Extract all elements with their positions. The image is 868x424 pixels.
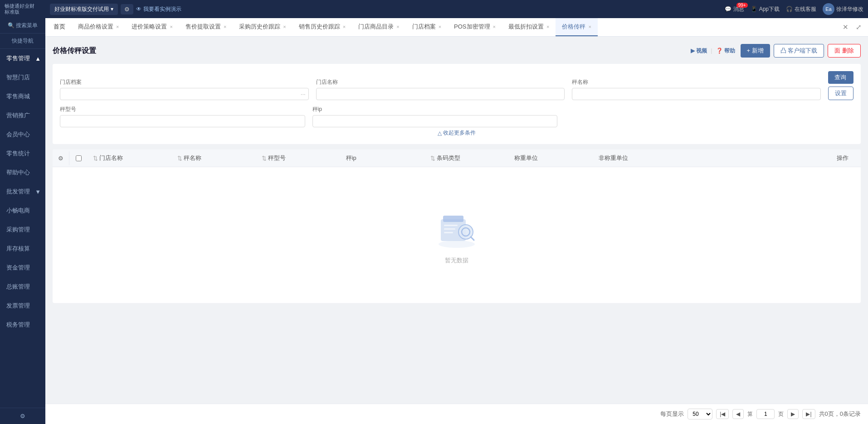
- tab-product-price[interactable]: 商品价格设置 ×: [72, 18, 125, 36]
- sidebar-item-invoice[interactable]: 发票管理: [0, 296, 45, 315]
- empty-text: 暂无数据: [445, 256, 468, 265]
- sidebar-item-general-ledger[interactable]: 总账管理: [0, 277, 45, 296]
- demo-link[interactable]: 👁 我要看实例演示: [136, 5, 181, 13]
- sidebar-item-tax[interactable]: 税务管理: [0, 315, 45, 334]
- search-scale-ip-field: 秤ip: [312, 106, 558, 127]
- scale-model-input[interactable]: [60, 116, 305, 127]
- tab-purchase-history[interactable]: 采购历史价跟踪 ×: [233, 18, 292, 36]
- table-header: ⚙ ⇅ 门店名称 ⇅ 秤名称 ⇅: [53, 149, 861, 167]
- scale-name-input[interactable]: [572, 88, 820, 100]
- sidebar-item-retail-management[interactable]: 零售管理 ▲: [0, 49, 45, 68]
- delete-button[interactable]: 面 删除: [828, 44, 861, 58]
- sidebar-search[interactable]: 🔍 搜索菜单: [0, 18, 45, 34]
- prev-page-button[interactable]: ◀: [732, 409, 744, 419]
- sidebar-item-finance[interactable]: 资金管理: [0, 258, 45, 277]
- store-name-input-wrap[interactable]: [316, 88, 565, 100]
- tab-close-icon[interactable]: ×: [588, 24, 591, 29]
- svg-rect-3: [444, 225, 458, 226]
- tab-close-icon[interactable]: ×: [283, 24, 286, 29]
- version-selector[interactable]: 好业财标准版交付试用 ▾: [50, 4, 118, 15]
- sidebar-item-retail-mall[interactable]: 零售商城: [0, 87, 45, 106]
- table-settings-button[interactable]: ⚙: [53, 151, 69, 165]
- tab-close-icon[interactable]: ×: [170, 24, 172, 29]
- th-scale-model: ⇅ 秤型号: [256, 149, 341, 167]
- sidebar-quick-nav[interactable]: 快捷导航: [0, 34, 45, 49]
- sidebar: 🔍 搜索菜单 快捷导航 零售管理 ▲ 智慧门店 零售商城 营销推广 会员中心: [0, 18, 45, 424]
- download-button[interactable]: 凸 客户端下载: [774, 44, 824, 58]
- tab-maximize-button[interactable]: ⤢: [853, 21, 864, 33]
- tab-store-catalog[interactable]: 门店商品目录 ×: [352, 18, 405, 36]
- online-service-button[interactable]: 🎧 在线客服: [786, 5, 816, 13]
- sidebar-item-inventory[interactable]: 库存核算: [0, 239, 45, 258]
- tab-close-icon[interactable]: ×: [343, 24, 346, 29]
- th-weight-unit: 称重单位: [509, 149, 593, 167]
- eye-icon: 👁: [136, 6, 141, 12]
- sidebar-item-ecommerce[interactable]: 小畅电商: [0, 201, 45, 220]
- scale-name-label: 秤名称: [572, 78, 821, 86]
- topbar-settings-button[interactable]: ⚙: [121, 4, 133, 14]
- store-name-label: 门店名称: [316, 78, 565, 86]
- tab-pos-management[interactable]: POS加密管理 ×: [448, 18, 502, 36]
- scale-ip-label: 秤ip: [312, 106, 558, 113]
- sidebar-item-membership[interactable]: 会员中心: [0, 125, 45, 144]
- tab-close-icon[interactable]: ×: [396, 24, 399, 29]
- help-icon: ❓: [716, 48, 723, 54]
- add-button[interactable]: + 新增: [741, 44, 770, 58]
- query-button[interactable]: 查询: [828, 71, 853, 84]
- page-title-text: 价格传秤设置: [53, 46, 96, 56]
- page-number-input[interactable]: [756, 409, 775, 419]
- next-page-button[interactable]: ▶: [787, 409, 799, 419]
- tab-close-all-button[interactable]: ✕: [840, 21, 851, 33]
- service-icon: 🎧: [786, 6, 793, 12]
- sidebar-item-marketing[interactable]: 营销推广: [0, 106, 45, 125]
- sidebar-item-retail-stats[interactable]: 零售统计: [0, 144, 45, 163]
- th-scale-name: ⇅ 秤名称: [172, 149, 256, 167]
- main-body: 🔍 搜索菜单 快捷导航 零售管理 ▲ 智慧门店 零售商城 营销推广 会员中心: [0, 18, 868, 424]
- store-archive-input-wrap[interactable]: ···: [60, 88, 309, 100]
- user-profile-button[interactable]: Ea 徐泽华修改: [823, 3, 863, 15]
- scale-ip-input-wrap[interactable]: [312, 115, 558, 127]
- scale-model-input-wrap[interactable]: [60, 115, 305, 127]
- select-all-checkbox[interactable]: [76, 155, 82, 161]
- tab-close-icon[interactable]: ×: [116, 24, 119, 29]
- store-archive-label: 门店档案: [60, 78, 309, 86]
- tab-min-discount[interactable]: 最低折扣设置 ×: [502, 18, 556, 36]
- tab-home[interactable]: 首页: [47, 18, 72, 36]
- chevron-up-icon: △: [438, 130, 442, 136]
- tab-purchase-strategy[interactable]: 进价策略设置 ×: [125, 18, 179, 36]
- tab-sales-history[interactable]: 销售历史价跟踪 ×: [293, 18, 352, 36]
- scale-name-input-wrap[interactable]: [572, 88, 821, 100]
- table-wrap: ⚙ ⇅ 门店名称 ⇅ 秤名称 ⇅: [53, 149, 861, 303]
- scale-ip-input[interactable]: [313, 116, 557, 127]
- settings-form-button[interactable]: 设置: [828, 87, 853, 100]
- help-link[interactable]: ❓ 帮助: [716, 47, 735, 55]
- tab-close-icon[interactable]: ×: [546, 24, 549, 29]
- tab-selling-price[interactable]: 售价提取设置 ×: [179, 18, 233, 36]
- collapse-button[interactable]: △ 收起更多条件: [60, 127, 853, 137]
- tab-close-icon[interactable]: ×: [439, 24, 441, 29]
- store-name-input[interactable]: [317, 88, 565, 100]
- tab-close-icon[interactable]: ×: [493, 24, 496, 29]
- svg-rect-5: [444, 232, 453, 233]
- tab-price-scale[interactable]: 价格传秤 ×: [556, 18, 597, 36]
- sidebar-item-purchase[interactable]: 采购管理: [0, 220, 45, 239]
- tab-bar-right: ✕ ⤢: [840, 21, 866, 33]
- video-link[interactable]: ▶ 视频: [691, 47, 707, 55]
- sidebar-item-smart-store[interactable]: 智慧门店: [0, 68, 45, 87]
- sidebar-settings-button[interactable]: ⚙: [0, 408, 45, 424]
- page-title-actions: ▶ 视频 | ❓ 帮助: [691, 47, 735, 55]
- first-page-button[interactable]: |◀: [716, 409, 729, 419]
- last-page-button[interactable]: ▶|: [802, 409, 815, 419]
- sort-icon: ⇅: [262, 155, 267, 162]
- tab-bar: 首页 商品价格设置 × 进价策略设置 × 售价提取设置 × 采购历史价跟踪 ×: [45, 18, 868, 37]
- app-download-button[interactable]: 📱 App下载: [751, 5, 780, 13]
- message-button[interactable]: 💬 消息 99+: [725, 5, 744, 13]
- search-scale-model-field: 秤型号: [60, 106, 305, 127]
- tab-close-icon[interactable]: ×: [224, 24, 226, 29]
- per-page-select[interactable]: 50 10 20 100: [688, 409, 712, 419]
- sidebar-item-help-center[interactable]: 帮助中心: [0, 163, 45, 182]
- tab-store-archive[interactable]: 门店档案 ×: [406, 18, 448, 36]
- store-archive-input[interactable]: [60, 88, 298, 100]
- ellipsis-icon[interactable]: ···: [298, 91, 308, 97]
- sidebar-item-wholesale[interactable]: 批发管理 ▼: [0, 182, 45, 201]
